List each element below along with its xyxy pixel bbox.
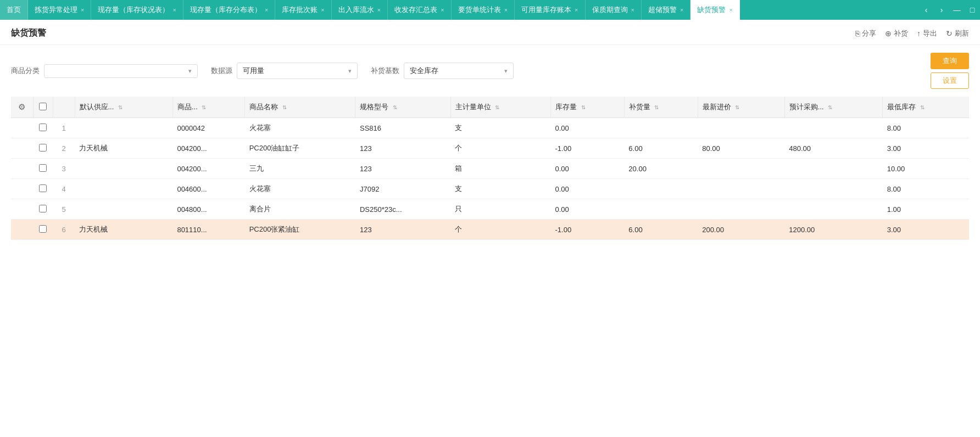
- row-checkbox-cell[interactable]: [33, 199, 53, 220]
- row-latest-price: [698, 159, 784, 179]
- replenish-base-label: 补货基数: [371, 66, 399, 76]
- table-body: 1 0000042 火花塞 SS816 支 0.00 8.00 2 力天机械 0…: [11, 118, 969, 240]
- tab-batch-account[interactable]: 库存批次账 ×: [275, 0, 331, 20]
- tab-available-ledger[interactable]: 可用量库存账本 ×: [515, 0, 585, 20]
- col-header-unit[interactable]: 主计量单位 ⇅: [450, 97, 550, 118]
- table-row: 1 0000042 火花塞 SS816 支 0.00 8.00: [11, 118, 969, 138]
- tab-close-order-stats[interactable]: ×: [504, 7, 508, 13]
- row-unit: 个: [450, 138, 550, 159]
- tab-overstock[interactable]: 超储预警 ×: [642, 0, 691, 20]
- tab-close-expiry[interactable]: ×: [631, 7, 634, 13]
- tab-next-button[interactable]: ›: [934, 0, 949, 20]
- table-container: ⚙ 默认供应... ⇅ 商品... ⇅: [0, 97, 980, 240]
- row-checkbox-cell[interactable]: [33, 159, 53, 179]
- refresh-button[interactable]: ↻ 刷新: [946, 29, 969, 38]
- tab-abnormal[interactable]: 拣货异常处理 ×: [28, 0, 91, 20]
- sort-supplier-icon: ⇅: [118, 104, 122, 110]
- row-checkbox-cell[interactable]: [33, 179, 53, 199]
- row-checkbox[interactable]: [39, 144, 47, 152]
- row-supplier: [75, 159, 172, 179]
- row-min-stock: 10.00: [883, 159, 969, 179]
- tab-close-abnormal[interactable]: ×: [81, 7, 84, 13]
- row-checkbox-cell[interactable]: [33, 118, 53, 138]
- col-header-checkbox[interactable]: [33, 97, 53, 118]
- row-supplier: [75, 199, 172, 220]
- query-button[interactable]: 查询: [931, 53, 969, 69]
- tab-close-inventory-status[interactable]: ×: [172, 7, 176, 13]
- col-header-product-name[interactable]: 商品名称 ⇅: [245, 97, 355, 118]
- gear-icon[interactable]: ⚙: [18, 102, 25, 112]
- row-stock: 0.00: [550, 118, 624, 138]
- col-header-supplier[interactable]: 默认供应... ⇅: [75, 97, 172, 118]
- datasource-select[interactable]: 可用量 ▾: [237, 63, 358, 79]
- header-actions: ⎘ 分享 ⊕ 补货 ↑ 导出 ↻ 刷新: [855, 29, 969, 38]
- tab-close-inventory-dist[interactable]: ×: [265, 7, 268, 13]
- tab-close-inout-flow[interactable]: ×: [377, 7, 381, 13]
- tab-prev-button[interactable]: ‹: [918, 0, 934, 20]
- tab-close-receive-summary[interactable]: ×: [441, 7, 444, 13]
- share-button[interactable]: ⎘ 分享: [855, 29, 876, 38]
- tab-inventory-dist[interactable]: 现存量（库存分布表） ×: [183, 0, 275, 20]
- tab-close-shortage[interactable]: ×: [729, 7, 732, 13]
- sort-replenish-qty-icon: ⇅: [654, 104, 659, 110]
- replenish-base-select-value: 安全库存: [410, 66, 500, 76]
- row-checkbox[interactable]: [39, 124, 47, 131]
- row-product-name: 火花塞: [245, 179, 355, 199]
- minimize-button[interactable]: —: [949, 0, 965, 20]
- sort-min-stock-icon: ⇅: [920, 104, 925, 110]
- replenish-base-dropdown-icon: ▾: [504, 68, 508, 75]
- tab-close-available-ledger[interactable]: ×: [575, 7, 578, 13]
- col-header-latest-price[interactable]: 最新进价 ⇅: [698, 97, 784, 118]
- select-all-checkbox[interactable]: [39, 103, 47, 110]
- row-checkbox[interactable]: [39, 164, 47, 172]
- row-estimated-purchase: [784, 179, 882, 199]
- table-row: 5 004800... 离合片 DS250*23c... 只 0.00 1.00: [11, 199, 969, 220]
- row-index: 6: [53, 220, 75, 240]
- col-header-min-stock[interactable]: 最低库存 ⇅: [883, 97, 969, 118]
- row-product-name: 离合片: [245, 199, 355, 220]
- tab-bar: 首页 拣货异常处理 × 现存量（库存状况表） × 现存量（库存分布表） × 库存…: [0, 0, 980, 20]
- tab-shortage[interactable]: 缺货预警 ×: [691, 0, 739, 20]
- row-spec: DS250*23c...: [355, 199, 450, 220]
- tab-receive-summary[interactable]: 收发存汇总表 ×: [388, 0, 451, 20]
- sort-product-code-icon: ⇅: [202, 104, 206, 110]
- tab-expiry[interactable]: 保质期查询 ×: [586, 0, 642, 20]
- row-unit: 箱: [450, 159, 550, 179]
- row-stock: -1.00: [550, 220, 624, 240]
- maximize-button[interactable]: □: [965, 0, 980, 20]
- row-latest-price: [698, 199, 784, 220]
- row-settings-cell: [11, 179, 33, 199]
- tab-inventory-status[interactable]: 现存量（库存状况表） ×: [91, 0, 183, 20]
- tab-home[interactable]: 首页: [0, 0, 28, 20]
- export-button[interactable]: ↑ 导出: [917, 29, 937, 38]
- row-replenish-qty: 6.00: [624, 220, 698, 240]
- table-row: 2 力天机械 004200... PC200油缸缸子 123 个 -1.00 6…: [11, 138, 969, 159]
- row-estimated-purchase: [784, 159, 882, 179]
- col-header-product-code[interactable]: 商品... ⇅: [172, 97, 244, 118]
- tab-order-stats[interactable]: 要货单统计表 ×: [452, 0, 515, 20]
- row-checkbox[interactable]: [39, 225, 47, 233]
- row-estimated-purchase: 480.00: [784, 138, 882, 159]
- col-header-replenish-qty[interactable]: 补货量 ⇅: [624, 97, 698, 118]
- category-select[interactable]: ▾: [44, 64, 198, 78]
- replenish-base-select[interactable]: 安全库存 ▾: [404, 63, 514, 79]
- col-header-settings[interactable]: ⚙: [11, 97, 33, 118]
- row-checkbox[interactable]: [39, 184, 47, 192]
- sort-stock-icon: ⇅: [581, 104, 586, 110]
- row-checkbox-cell[interactable]: [33, 220, 53, 240]
- col-header-stock[interactable]: 库存量 ⇅: [550, 97, 624, 118]
- tab-close-batch-account[interactable]: ×: [321, 7, 324, 13]
- row-checkbox-cell[interactable]: [33, 138, 53, 159]
- col-header-estimated-purchase[interactable]: 预计采购... ⇅: [784, 97, 882, 118]
- row-unit: 个: [450, 220, 550, 240]
- category-filter-group: 商品分类 ▾: [11, 64, 198, 78]
- tab-close-overstock[interactable]: ×: [680, 7, 683, 13]
- tab-inout-flow[interactable]: 出入库流水 ×: [332, 0, 388, 20]
- row-settings-cell: [11, 159, 33, 179]
- row-stock: 0.00: [550, 199, 624, 220]
- page-header: 缺货预警 ⎘ 分享 ⊕ 补货 ↑ 导出 ↻ 刷新: [0, 20, 980, 45]
- col-header-spec[interactable]: 规格型号 ⇅: [355, 97, 450, 118]
- row-checkbox[interactable]: [39, 205, 47, 212]
- replenish-button[interactable]: ⊕ 补货: [885, 29, 908, 38]
- settings-button[interactable]: 设置: [931, 72, 969, 89]
